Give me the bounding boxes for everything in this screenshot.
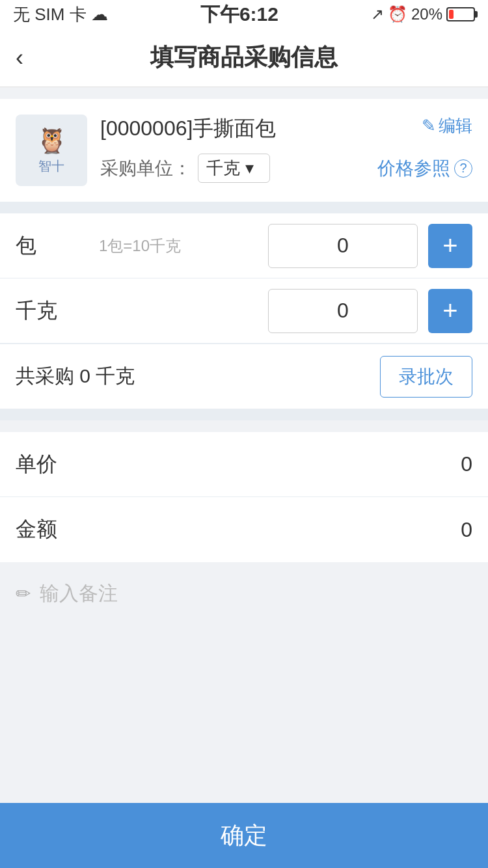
unit-price-row: 单价 0	[0, 432, 488, 497]
product-meta: 采购单位： 千克 ▾ 价格参照 ?	[100, 154, 472, 183]
confirm-button[interactable]: 确定	[0, 803, 488, 868]
note-icon: ✏	[16, 583, 31, 604]
bao-row: 包 1包=10千克 +	[0, 213, 488, 278]
page-title: 填写商品采购信息	[150, 42, 338, 74]
product-card: 🦉 智十 [0000006]手撕面包 ✎ 编辑 采购单位： 千克 ▾ 价格参照 …	[0, 99, 488, 202]
amount-label: 金额	[16, 515, 57, 544]
brand-text: 智十	[38, 157, 64, 175]
kg-row: 千克 +	[0, 278, 488, 344]
unit-price-value: 0	[461, 452, 472, 476]
help-icon: ?	[454, 159, 472, 178]
separator-1	[0, 202, 488, 213]
confirm-label: 确定	[221, 820, 267, 852]
alarm-icon: ⏰	[388, 5, 407, 23]
bao-sublabel: 1包=10千克	[99, 236, 181, 256]
unit-price-label: 单价	[16, 450, 57, 479]
form-section: 包 1包=10千克 + 千克 + 共采购 0 千克 录批次	[0, 213, 488, 409]
product-thumbnail: 🦉 智十	[16, 115, 87, 186]
batch-button[interactable]: 录批次	[380, 356, 472, 398]
nav-bar: ‹ 填写商品采购信息	[0, 29, 488, 87]
unit-section: 采购单位： 千克 ▾	[100, 154, 270, 183]
bao-quantity-input[interactable]	[268, 224, 418, 268]
sim-label: 无 SIM 卡 ☁	[13, 3, 108, 26]
summary-row: 共采购 0 千克 录批次	[0, 344, 488, 409]
kg-label: 千克	[16, 297, 94, 325]
edit-icon: ✎	[422, 116, 436, 136]
brand-icon: 🦉	[36, 126, 67, 155]
kg-input-wrap: +	[94, 289, 472, 333]
edit-button[interactable]: ✎ 编辑	[422, 115, 472, 137]
kg-quantity-input[interactable]	[268, 289, 418, 333]
amount-value: 0	[461, 518, 472, 542]
unit-select-dropdown[interactable]: 千克 ▾	[198, 154, 270, 183]
price-info-section: 单价 0 金额 0	[0, 432, 488, 562]
location-icon: ↗	[371, 5, 384, 23]
price-ref-label: 价格参照	[377, 156, 450, 181]
summary-text: 共采购 0 千克	[16, 363, 135, 390]
note-section[interactable]: ✏ 输入备注	[0, 563, 488, 624]
unit-label: 采购单位：	[100, 156, 191, 181]
kg-plus-button[interactable]: +	[428, 289, 472, 333]
note-placeholder-text: 输入备注	[40, 580, 118, 607]
back-button[interactable]: ‹	[16, 44, 23, 72]
status-right: ↗ ⏰ 20%	[371, 5, 475, 23]
product-name: [0000006]手撕面包	[100, 115, 276, 143]
dropdown-arrow-icon: ▾	[245, 158, 254, 178]
product-header: [0000006]手撕面包 ✎ 编辑	[100, 115, 472, 143]
separator-2	[0, 409, 488, 420]
edit-label: 编辑	[439, 115, 472, 137]
battery-text: 20%	[411, 5, 442, 23]
battery-icon	[446, 7, 475, 21]
bao-label: 包	[16, 232, 94, 260]
product-info: [0000006]手撕面包 ✎ 编辑 采购单位： 千克 ▾ 价格参照 ?	[100, 115, 472, 183]
status-left: 无 SIM 卡 ☁	[13, 3, 108, 26]
status-bar: 无 SIM 卡 ☁ 下午6:12 ↗ ⏰ 20%	[0, 0, 488, 29]
status-time: 下午6:12	[200, 1, 278, 28]
bao-plus-button[interactable]: +	[428, 224, 472, 268]
unit-value: 千克	[206, 157, 240, 180]
bao-input-wrap: +	[181, 224, 472, 268]
amount-row: 金额 0	[0, 497, 488, 562]
price-reference-button[interactable]: 价格参照 ?	[377, 156, 472, 181]
